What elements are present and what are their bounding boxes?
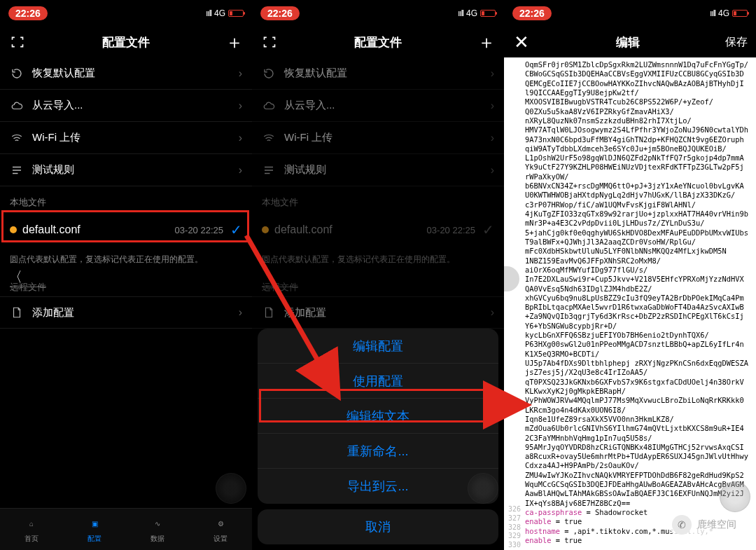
status-right: ııll 4G	[458, 8, 496, 18]
status-right: ııll 4G	[710, 8, 748, 18]
watermark-text: 鹿维空间	[697, 518, 736, 531]
doc-add-icon	[10, 306, 24, 319]
action-sheet: 编辑配置 使用配置 编辑纯文本 重新命名... 导出到云... 取消	[258, 329, 498, 544]
chevron-right-icon: ›	[239, 99, 242, 112]
wechat-icon: ✆	[672, 515, 692, 535]
back-icon[interactable]: 〈	[8, 268, 22, 287]
scan-icon[interactable]	[8, 33, 27, 51]
code-editor[interactable]: 326 327 328 329 330 OqmSFr0jr0SM1ZblcDpS…	[504, 57, 756, 550]
refresh-icon	[10, 67, 24, 80]
battery-icon	[480, 10, 496, 17]
section-remote: 远程文件	[0, 271, 252, 296]
chevron-right-icon: ›	[239, 164, 242, 177]
home-icon: ⌂	[23, 516, 40, 532]
list-icon	[10, 164, 24, 177]
page-title: 配置文件	[354, 34, 402, 50]
tab-data[interactable]: ∿数据	[149, 516, 166, 544]
watermark: ✆ 鹿维空间	[669, 512, 743, 537]
chevron-right-icon: ›	[239, 306, 242, 319]
row-test-rules[interactable]: 测试规则 ›	[0, 154, 252, 186]
file-name: default.conf	[22, 224, 80, 236]
section-local: 本地文件	[0, 186, 252, 212]
battery-icon	[228, 10, 244, 17]
status-right: ııll 4G	[206, 8, 244, 18]
row-wifi-upload[interactable]: Wi-Fi 上传 ›	[0, 122, 252, 154]
gear-icon: ⚙	[212, 516, 229, 532]
close-icon[interactable]: ✕	[512, 33, 531, 51]
active-dot-icon	[10, 226, 17, 233]
page-title: 配置文件	[102, 34, 150, 50]
add-icon[interactable]: ＋	[477, 33, 496, 51]
tab-settings[interactable]: ⚙设置	[212, 516, 229, 544]
assistive-touch[interactable]	[720, 481, 750, 512]
check-icon: ✓	[230, 221, 242, 238]
save-button[interactable]: 保存	[725, 35, 748, 50]
cloud-icon	[10, 99, 24, 112]
scan-icon[interactable]	[260, 33, 279, 51]
tab-config[interactable]: ▣配置	[86, 516, 103, 544]
signal-icon: ııll	[458, 8, 463, 18]
sheet-edit-plaintext[interactable]: 编辑纯文本	[258, 399, 498, 434]
file-timestamp: 03-20 22:25	[175, 225, 223, 235]
page-title: 编辑	[616, 34, 640, 50]
row-label: 添加配置	[32, 306, 74, 319]
tab-home[interactable]: ⌂首页	[23, 516, 40, 544]
signal-icon: ııll	[710, 8, 715, 18]
battery-icon	[732, 10, 748, 17]
row-add-config[interactable]: 添加配置 ›	[0, 296, 252, 329]
pulse-icon: ∿	[149, 516, 166, 532]
row-label: 测试规则	[32, 163, 74, 177]
sheet-export-cloud[interactable]: 导出到云...	[258, 469, 498, 504]
folder-icon: ▣	[86, 516, 103, 532]
file-default-conf[interactable]: default.conf 03-20 22:25 ✓	[0, 212, 252, 248]
network-label: 4G	[466, 8, 477, 18]
sheet-cancel[interactable]: 取消	[258, 509, 498, 544]
chevron-right-icon: ›	[239, 132, 242, 144]
signal-icon: ııll	[206, 8, 211, 18]
assistive-touch[interactable]	[216, 473, 246, 504]
row-cloud-import[interactable]: 从云导入... ›	[0, 90, 252, 122]
network-label: 4G	[214, 8, 225, 18]
row-label: Wi-Fi 上传	[32, 131, 80, 144]
network-label: 4G	[718, 8, 729, 18]
hint-text: 圆点代表默认配置，复选标记代表正在使用的配置。	[0, 248, 252, 271]
sheet-edit-config[interactable]: 编辑配置	[258, 329, 498, 364]
sheet-rename[interactable]: 重新命名...	[258, 434, 498, 469]
row-restore-default[interactable]: 恢复默认配置 ›	[0, 57, 252, 90]
clock-pill: 22:26	[260, 6, 300, 20]
wifi-icon	[10, 132, 24, 144]
add-icon[interactable]: ＋	[225, 33, 244, 51]
assistive-touch[interactable]	[468, 473, 498, 504]
row-label: 恢复默认配置	[32, 67, 95, 80]
clock-pill: 22:26	[512, 6, 552, 20]
sheet-use-config[interactable]: 使用配置	[258, 364, 498, 399]
clock-pill: 22:26	[8, 6, 48, 20]
chevron-right-icon: ›	[239, 67, 242, 80]
row-label: 从云导入...	[32, 99, 83, 112]
